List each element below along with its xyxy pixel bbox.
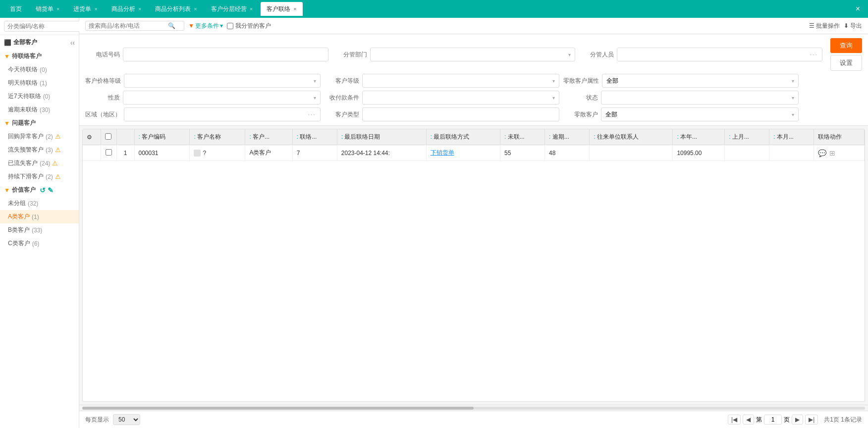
status-select[interactable]: ▾: [601, 91, 799, 105]
close-tab-goods-list[interactable]: ×: [194, 6, 197, 12]
col-cust-type[interactable]: : 客户...: [245, 129, 292, 145]
col-settings[interactable]: ⚙: [83, 129, 101, 145]
close-tab-purchase[interactable]: ×: [94, 6, 97, 12]
row-checkbox[interactable]: [106, 149, 112, 156]
col-last-month[interactable]: : 上月...: [725, 129, 769, 145]
filter-more-btn[interactable]: ▼ 更多条件 ▾: [188, 22, 223, 30]
all-customers-header[interactable]: ⬛ 全部客户 ‹‹: [0, 35, 79, 50]
col-last-method[interactable]: : 最后联络方式: [426, 129, 500, 145]
price-level-label: 客户价格等级: [85, 77, 121, 85]
page-unit: 页: [784, 416, 790, 424]
chat-action-icon[interactable]: 💬: [818, 149, 826, 157]
last-method-link[interactable]: 下销货单: [431, 149, 454, 156]
filter-right: ☰ 批量操作 ⬇ 导出: [809, 22, 862, 30]
payment-select[interactable]: ▾: [362, 91, 560, 105]
col-unit-contact[interactable]: : 往来单位联系人: [590, 129, 673, 145]
col-name[interactable]: : 客户名称: [190, 129, 245, 145]
filter-search-icon[interactable]: 🔍: [168, 22, 175, 29]
tab-goods-analysis-list[interactable]: 商品分析列表 ×: [149, 2, 203, 16]
close-all-tabs[interactable]: ×: [852, 4, 864, 13]
dept-select[interactable]: ▾: [370, 48, 576, 61]
sidebar-item-class-c[interactable]: C类客户 (6): [0, 237, 79, 250]
row-code: 000031: [134, 145, 190, 161]
col-this-year[interactable]: : 本年...: [673, 129, 725, 145]
first-page-btn[interactable]: |◀: [728, 415, 741, 425]
pagination: |◀ ◀ 第 页 ▶ ▶| 共1页 1条记录: [728, 415, 862, 425]
sidebar-item-tomorrow[interactable]: 明天待联络 (1): [0, 76, 79, 90]
row-checkbox-cell: [101, 145, 116, 161]
close-tab-customer-tier[interactable]: ×: [250, 6, 253, 12]
grid-action-icon[interactable]: ⊞: [829, 149, 835, 157]
tab-purchase[interactable]: 进货单 ×: [67, 2, 103, 16]
row-cust-type: A类客户: [245, 145, 292, 161]
batch-op-btn[interactable]: ☰ 批量操作: [809, 22, 840, 30]
close-tab-sales[interactable]: ×: [56, 6, 59, 12]
filter-dept: 分管部门 ▾: [332, 48, 576, 61]
region-select[interactable]: ···: [124, 107, 321, 121]
scatter-attr-chevron: ▾: [792, 78, 794, 84]
dept-label: 分管部门: [332, 51, 367, 59]
horizontal-scrollbar[interactable]: [79, 405, 868, 411]
tab-goods-analysis[interactable]: 商品分析 ×: [106, 2, 147, 16]
export-btn[interactable]: ⬇ 导出: [844, 22, 862, 30]
select-all-checkbox[interactable]: [105, 133, 111, 140]
sidebar-item-class-a[interactable]: A类客户 (1): [0, 210, 79, 223]
filter-icon: ▼: [188, 22, 194, 29]
col-code[interactable]: : 客户编码: [134, 129, 190, 145]
cust-type-select[interactable]: [362, 107, 560, 121]
manager-select[interactable]: ···: [617, 48, 822, 61]
sidebar-pending-header[interactable]: ▼ 待联络客户: [0, 50, 79, 63]
tab-home[interactable]: 首页: [4, 2, 28, 16]
col-contact[interactable]: : 联络...: [292, 129, 337, 145]
filter-row-3: 性质 ▾ 收付款条件 ▾ 状态: [85, 91, 862, 105]
region-dots: ···: [308, 111, 316, 118]
content-area: 🔍 ▼ 更多条件 ▾ 我分管的客户 ☰ 批量操作 ⬇ 导出: [79, 18, 868, 428]
sidebar-item-declining[interactable]: 持续下滑客户 (2) ⚠: [0, 170, 79, 183]
warn-icon-churned: ⚠: [52, 160, 58, 167]
phone-input[interactable]: [123, 48, 328, 61]
table-header-row: ⚙ : 客户编码 : 客户名称 : 客户... : 联络... : 最后联络日期…: [83, 129, 865, 145]
page-input[interactable]: [764, 415, 782, 425]
col-checkbox[interactable]: [101, 129, 116, 145]
row-not-contacted: 55: [500, 145, 544, 161]
prev-page-btn[interactable]: ◀: [743, 415, 754, 425]
tab-customer-tier[interactable]: 客户分层经营 ×: [205, 2, 259, 16]
per-page-select[interactable]: 50 100 200: [113, 414, 140, 425]
sidebar-item-class-b[interactable]: B类客户 (33): [0, 223, 79, 237]
close-tab-customer-contact[interactable]: ×: [293, 6, 296, 12]
sidebar-value-header[interactable]: ▼ 价值客户 ↺ ✎: [0, 183, 79, 197]
scatter-attr-select[interactable]: 全部 ▾: [602, 74, 799, 88]
edit-icon[interactable]: ✎: [48, 186, 54, 194]
scatter-cust-select[interactable]: 全部 ▾: [601, 107, 799, 121]
query-btn[interactable]: 查询: [830, 38, 862, 53]
tab-customer-contact[interactable]: 客户联络 ×: [261, 2, 302, 16]
tab-sales[interactable]: 销货单 ×: [30, 2, 65, 16]
sidebar-item-unclassified[interactable]: 未分组 (32): [0, 197, 79, 210]
sidebar-problem-header[interactable]: ▼ 问题客户: [0, 116, 79, 130]
col-overdue[interactable]: : 逾期...: [545, 129, 590, 145]
price-level-select[interactable]: ▾: [124, 74, 321, 88]
row-last-date: 2023-04-12 14:44:: [337, 145, 426, 161]
sidebar-item-overdue[interactable]: 逾期未联络 (30): [0, 103, 79, 116]
close-tab-goods-analysis[interactable]: ×: [138, 6, 141, 12]
sidebar-item-repurchase[interactable]: 回购异常客户 (2) ⚠: [0, 130, 79, 143]
settings-btn[interactable]: 设置: [830, 55, 862, 71]
sidebar-search-input[interactable]: [4, 21, 85, 32]
sidebar-item-7days[interactable]: 近7天待联络 (0): [0, 90, 79, 103]
sidebar-item-today[interactable]: 今天待联络 (0): [0, 63, 79, 76]
filter-search-input[interactable]: [89, 22, 168, 29]
nature-select[interactable]: ▾: [123, 91, 321, 105]
my-customers-checkbox[interactable]: [227, 23, 233, 29]
refresh-icon[interactable]: ↺: [40, 186, 46, 194]
col-not-contacted[interactable]: : 未联...: [500, 129, 544, 145]
main-layout: 🔍 ⬛ 全部客户 ‹‹ ▼ 待联络客户 今天待联络 (0) 明天待联络 (1) …: [0, 18, 868, 428]
sidebar-item-churned[interactable]: 已流失客户 (24) ⚠: [0, 157, 79, 170]
next-page-btn[interactable]: ▶: [792, 415, 803, 425]
filter-phone: 电话号码: [85, 48, 328, 61]
sidebar-item-churn-warn[interactable]: 流失预警客户 (3) ⚠: [0, 143, 79, 157]
filter-row-1: 电话号码 分管部门 ▾ 分管人员 ···: [85, 38, 862, 71]
cust-level-select[interactable]: ▾: [362, 74, 560, 88]
col-last-date[interactable]: : 最后联络日期: [337, 129, 426, 145]
last-page-btn[interactable]: ▶|: [805, 415, 818, 425]
col-this-month[interactable]: : 本月...: [769, 129, 814, 145]
